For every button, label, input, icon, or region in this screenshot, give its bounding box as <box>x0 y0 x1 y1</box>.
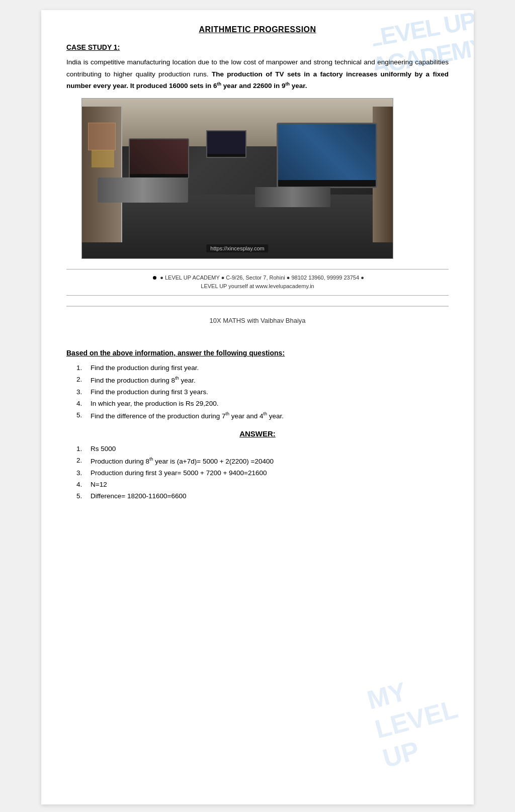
answers-list: 1. Rs 5000 2. Production during 8th year… <box>76 445 449 500</box>
footer-bar: ● LEVEL UP ACADEMY ● C-9/26, Sector 7, R… <box>66 269 449 296</box>
watermark-bottom: MYLEVELUP <box>364 664 469 773</box>
case-study-heading: CASE STUDY 1: <box>66 43 449 51</box>
subtitle: 10X MATHS with Vaibhav Bhaiya <box>66 317 449 324</box>
section-divider <box>66 306 449 307</box>
questions-list: 1. Find the production during first year… <box>76 364 449 419</box>
answer-2: 2. Production during 8th year is (a+7d)=… <box>76 457 449 465</box>
tv-factory-image: https://xincesplay.com <box>81 98 393 259</box>
dot-icon <box>153 276 156 280</box>
based-on-heading: Based on the above information, answer t… <box>66 349 449 357</box>
question-3: 3. Find the production during first 3 ye… <box>76 388 449 396</box>
intro-paragraph: India is competitive manufacturing locat… <box>66 56 449 92</box>
page-title: ARITHMETIC PROGRESSION <box>66 25 449 34</box>
answer-1: 1. Rs 5000 <box>76 445 449 453</box>
answer-3: 3. Production during first 3 year= 5000 … <box>76 469 449 477</box>
question-4: 4. In which year, the production is Rs 2… <box>76 400 449 407</box>
answer-4: 4. N=12 <box>76 481 449 488</box>
image-url-text: https://xincesplay.com <box>206 244 268 252</box>
answer-5: 5. Difference= 18200-11600=6600 <box>76 492 449 500</box>
answer-heading: ANSWER: <box>66 429 449 438</box>
footer-line2: LEVEL UP yourself at www.levelupacademy.… <box>66 282 449 291</box>
question-1: 1. Find the production during first year… <box>76 364 449 372</box>
page: LEVEL UPACADEMY ARITHMETIC PROGRESSION C… <box>41 10 474 804</box>
footer-line1: ● LEVEL UP ACADEMY ● C-9/26, Sector 7, R… <box>66 274 449 283</box>
question-2: 2. Find the production during 8th year. <box>76 376 449 384</box>
question-5: 5. Find the difference of the production… <box>76 411 449 420</box>
